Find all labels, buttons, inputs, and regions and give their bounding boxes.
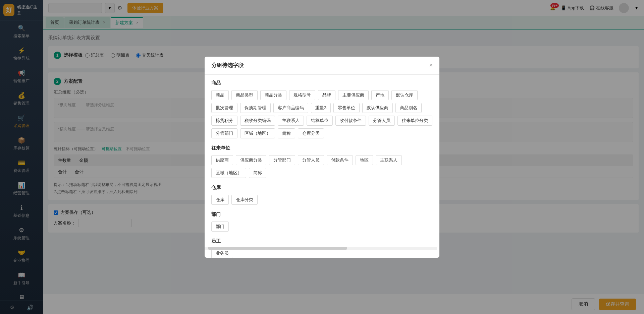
field-tag-1-0[interactable]: 供应商 [211,155,233,165]
field-tag-0-24[interactable]: 简称 [278,128,295,138]
field-tag-1-2[interactable]: 分管部门 [269,155,295,165]
category-title-3: 部门 [211,211,433,217]
field-tag-0-8[interactable]: 批次管理 [211,103,237,113]
field-tag-0-16[interactable]: 税收分类编码 [240,116,275,126]
modal-close-btn[interactable]: × [429,62,433,69]
field-tag-2-0[interactable]: 仓库 [211,195,229,205]
field-tag-1-3[interactable]: 分管人员 [298,155,324,165]
field-tag-0-3[interactable]: 规格型号 [289,90,315,100]
field-category-0: 商品商品商品类型商品分类规格型号品牌主要供应商产地默认仓库批次管理保质期管理客户… [211,80,433,138]
field-tag-0-22[interactable]: 分管部门 [211,128,237,138]
field-tag-0-7[interactable]: 默认仓库 [391,90,418,100]
field-tag-0-0[interactable]: 商品 [211,90,229,100]
field-tag-0-14[interactable]: 商品别名 [395,103,422,113]
field-tag-0-18[interactable]: 结算单位 [307,116,333,126]
field-tag-0-17[interactable]: 主联系人 [278,116,304,126]
horizontal-scrollbar[interactable] [205,250,437,252]
field-tag-0-23[interactable]: 区域（地区） [240,128,275,138]
field-tag-1-8[interactable]: 简称 [249,168,266,178]
field-tag-1-5[interactable]: 地区 [356,155,373,165]
field-tag-0-2[interactable]: 商品分类 [260,90,286,100]
field-tag-0-11[interactable]: 重量3 [311,103,331,113]
modal-overlay: 分组待选字段 × 商品商品商品类型商品分类规格型号品牌主要供应商产地默认仓库批次… [0,0,644,314]
field-tag-0-20[interactable]: 分管人员 [369,116,395,126]
field-tag-1-6[interactable]: 主联系人 [376,155,402,165]
field-tag-0-19[interactable]: 收付款条件 [335,116,366,126]
field-tag-3-0[interactable]: 部门 [211,222,229,232]
category-title-2: 仓库 [211,185,433,191]
field-tag-2-1[interactable]: 仓库分类 [231,195,258,205]
field-category-2: 仓库仓库仓库分类 [211,185,433,205]
field-category-3: 部门部门 [211,211,433,232]
category-title-4: 员工 [211,238,433,244]
field-tag-0-21[interactable]: 往来单位分类 [397,116,432,126]
field-tag-1-7[interactable]: 区域（地区） [211,168,246,178]
field-tag-0-6[interactable]: 产地 [371,90,389,100]
field-tag-0-9[interactable]: 保质期管理 [240,103,271,113]
category-title-1: 往来单位 [211,145,433,151]
field-tag-0-15[interactable]: 拣货积分 [211,116,237,126]
modal: 分组待选字段 × 商品商品商品类型商品分类规格型号品牌主要供应商产地默认仓库批次… [205,57,439,258]
modal-title: 分组待选字段 [211,62,244,69]
field-tag-1-1[interactable]: 供应商分类 [236,155,266,165]
field-tags-3: 部门 [211,222,433,232]
field-tag-0-5[interactable]: 主要供应商 [338,90,369,100]
field-tag-0-10[interactable]: 客户商品编码 [273,103,308,113]
field-tags-2: 仓库仓库分类 [211,195,433,205]
field-category-1: 往来单位供应商供应商分类分管部门分管人员付款条件地区主联系人区域（地区）简称 [211,145,433,178]
field-tags-0: 商品商品类型商品分类规格型号品牌主要供应商产地默认仓库批次管理保质期管理客户商品… [211,90,433,138]
field-tags-1: 供应商供应商分类分管部门分管人员付款条件地区主联系人区域（地区）简称 [211,155,433,178]
field-tag-1-4[interactable]: 付款条件 [327,155,353,165]
field-tag-0-1[interactable]: 商品类型 [231,90,258,100]
field-tag-0-4[interactable]: 品牌 [318,90,335,100]
field-tag-0-13[interactable]: 默认供应商 [362,103,393,113]
modal-body: 商品商品商品类型商品分类规格型号品牌主要供应商产地默认仓库批次管理保质期管理客户… [205,75,439,258]
field-tag-0-25[interactable]: 仓库分类 [298,128,324,138]
modal-header: 分组待选字段 × [205,57,439,75]
category-title-0: 商品 [211,80,433,86]
field-tag-0-12[interactable]: 零售单位 [333,103,360,113]
